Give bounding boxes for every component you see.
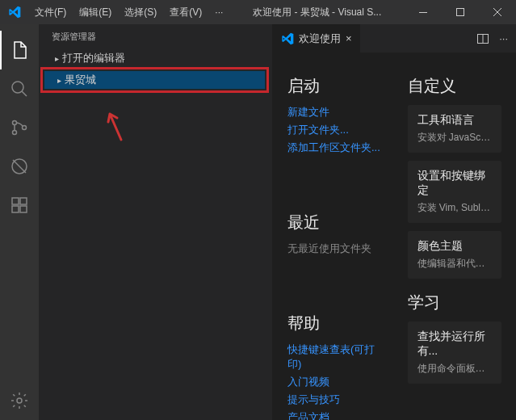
card-desc: 安装 Vim, Sublim...	[417, 201, 493, 215]
tree-project-root[interactable]: ▸ 果贸城	[44, 71, 265, 89]
menu-more[interactable]: ···	[208, 0, 229, 24]
annotation-highlight: ▸ 果贸城	[40, 67, 269, 93]
tab-welcome[interactable]: 欢迎使用 ×	[273, 24, 360, 52]
vscode-logo-icon	[281, 32, 294, 45]
editor-actions: ···	[476, 32, 516, 45]
link-intro-videos[interactable]: 入门视频	[287, 375, 382, 389]
tab-label: 欢迎使用	[299, 32, 341, 46]
explorer-panel: 资源管理器 ▸ 打开的编辑器 ▸ 果贸城	[39, 24, 273, 420]
window-controls	[405, 0, 516, 24]
link-open-folder[interactable]: 打开文件夹...	[287, 123, 382, 137]
link-docs[interactable]: 产品文档	[287, 410, 382, 420]
start-heading: 启动	[287, 75, 382, 97]
more-icon[interactable]: ···	[499, 32, 508, 45]
card-title: 设置和按键绑定	[417, 169, 493, 198]
link-add-workspace[interactable]: 添加工作区文件夹...	[287, 141, 382, 155]
extensions-icon[interactable]	[0, 186, 39, 225]
welcome-right-column: 自定义 工具和语言 安装对 JavaScript... 设置和按键绑定 安装 V…	[408, 62, 502, 410]
card-desc: 使编辑器和代码...	[417, 257, 493, 271]
customize-heading: 自定义	[408, 75, 502, 97]
title-bar: 文件(F) 编辑(E) 选择(S) 查看(V) ··· 欢迎使用 - 果贸城 -…	[0, 0, 516, 24]
tab-bar: 欢迎使用 × ···	[273, 24, 516, 52]
link-new-file[interactable]: 新建文件	[287, 105, 382, 120]
card-title: 查找并运行所有...	[417, 330, 493, 359]
activity-bar	[0, 24, 39, 420]
svg-rect-10	[20, 198, 27, 204]
link-cheatsheet[interactable]: 快捷键速查表(可打印)	[287, 342, 382, 372]
debug-icon[interactable]	[0, 147, 39, 186]
svg-rect-8	[12, 206, 19, 212]
svg-point-4	[13, 131, 17, 135]
svg-rect-9	[20, 206, 27, 212]
svg-rect-7	[12, 198, 19, 204]
search-icon[interactable]	[0, 69, 39, 108]
vscode-logo-icon	[0, 6, 28, 19]
svg-point-5	[23, 126, 27, 130]
card-title: 颜色主题	[417, 239, 493, 254]
chevron-right-icon: ▸	[55, 54, 59, 63]
learn-heading: 学习	[408, 292, 502, 313]
card-desc: 使用命令面板快...	[417, 362, 493, 376]
minimize-button[interactable]	[405, 0, 442, 24]
chevron-right-icon: ▸	[57, 76, 61, 85]
card-color-theme[interactable]: 颜色主题 使编辑器和代码...	[408, 231, 502, 279]
editor-area: 欢迎使用 × ··· 启动 新建文件 打开文件夹... 添加工作区文件夹... …	[273, 24, 516, 420]
tree-open-editors[interactable]: ▸ 打开的编辑器	[39, 49, 272, 67]
menu-selection[interactable]: 选择(S)	[118, 0, 163, 24]
menu-file[interactable]: 文件(F)	[28, 0, 73, 24]
split-editor-icon[interactable]	[476, 32, 489, 45]
menu-bar: 文件(F) 编辑(E) 选择(S) 查看(V) ···	[28, 0, 229, 24]
source-control-icon[interactable]	[0, 108, 39, 147]
menu-edit[interactable]: 编辑(E)	[73, 0, 118, 24]
tree-label: 果贸城	[65, 73, 96, 87]
recent-empty: 无最近使用文件夹	[287, 242, 382, 256]
help-heading: 帮助	[287, 313, 382, 334]
card-find-run[interactable]: 查找并运行所有... 使用命令面板快...	[408, 321, 502, 384]
recent-heading: 最近	[287, 212, 382, 233]
panel-title: 资源管理器	[39, 24, 272, 49]
window-title: 欢迎使用 - 果贸城 - Visual S...	[229, 6, 405, 19]
explorer-icon[interactable]	[0, 31, 39, 69]
link-tips[interactable]: 提示与技巧	[287, 393, 382, 407]
card-tools-languages[interactable]: 工具和语言 安装对 JavaScript...	[408, 105, 502, 153]
close-icon[interactable]: ×	[346, 32, 352, 44]
maximize-button[interactable]	[442, 0, 479, 24]
welcome-page: 启动 新建文件 打开文件夹... 添加工作区文件夹... 最近 无最近使用文件夹…	[273, 52, 516, 420]
svg-point-3	[13, 121, 17, 125]
card-keybindings[interactable]: 设置和按键绑定 安装 Vim, Sublim...	[408, 161, 502, 223]
welcome-left-column: 启动 新建文件 打开文件夹... 添加工作区文件夹... 最近 无最近使用文件夹…	[287, 62, 382, 410]
card-title: 工具和语言	[417, 113, 493, 128]
close-button[interactable]	[479, 0, 516, 24]
card-desc: 安装对 JavaScript...	[417, 131, 493, 145]
svg-point-11	[17, 398, 22, 403]
svg-rect-0	[419, 12, 427, 13]
svg-point-2	[12, 82, 23, 93]
menu-view[interactable]: 查看(V)	[163, 0, 208, 24]
file-tree: ▸ 打开的编辑器 ▸ 果贸城	[39, 49, 272, 93]
tree-label: 打开的编辑器	[62, 51, 125, 65]
svg-rect-1	[457, 9, 464, 16]
settings-icon[interactable]	[0, 381, 39, 420]
